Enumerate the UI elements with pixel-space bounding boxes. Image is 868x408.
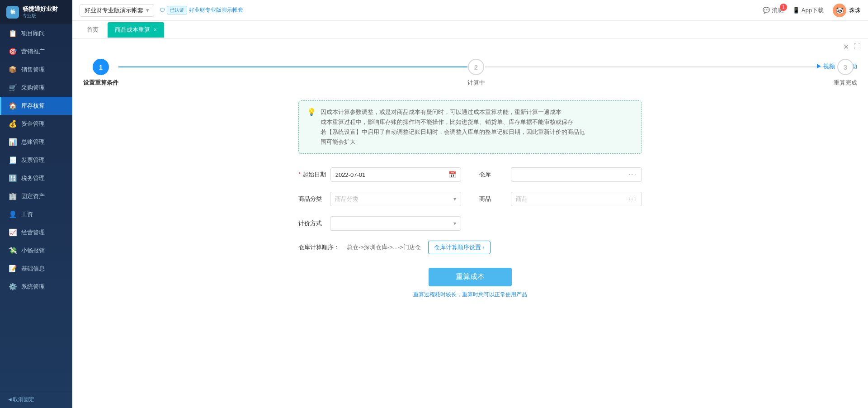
step-2: 2 计算中 xyxy=(467,59,485,87)
tax-icon: 🔢 xyxy=(9,174,17,182)
top-header: 好业财专业版演示帐套 ▾ 🛡 已认证 好业财专业版演示帐套 💬 消息 1 📱 A… xyxy=(72,0,868,21)
app-download-button[interactable]: 📱 App下载 xyxy=(793,6,824,14)
chevron-down-icon: ▾ xyxy=(453,196,456,202)
step-connector-2-3 xyxy=(485,66,834,67)
app-edition: 专业版 xyxy=(23,13,58,19)
form-row-3: 计价方式 ▾ xyxy=(298,216,642,231)
sidebar-item-operations[interactable]: 📈 经营管理 xyxy=(0,223,72,242)
sidebar-item-payroll[interactable]: 👤 工资 xyxy=(0,205,72,223)
project-icon: 📋 xyxy=(9,29,17,38)
pricing-label: 计价方式 xyxy=(298,219,326,228)
pricing-select[interactable]: ▾ xyxy=(330,216,461,231)
main-wrapper: 好业财专业版演示帐套 ▾ 🛡 已认证 好业财专业版演示帐套 💬 消息 1 📱 A… xyxy=(72,0,868,408)
sidebar-item-tax[interactable]: 🔢 税务管理 xyxy=(0,169,72,187)
sidebar-item-label: 基础信息 xyxy=(21,265,45,273)
system-icon: ⚙️ xyxy=(9,283,17,291)
sidebar-item-assets[interactable]: 🏢 固定资产 xyxy=(0,187,72,205)
form-area: 起始日期 2022-07-01 📅 仓库 ··· 商品分类 xyxy=(298,167,642,299)
marketing-icon: 🎯 xyxy=(9,47,17,56)
steps-container: 1 设置重算条件 2 计算中 3 重算完成 xyxy=(83,59,857,87)
inventory-icon: 🏠 xyxy=(9,102,17,110)
sidebar-item-project[interactable]: 📋 项目顾问 xyxy=(0,24,72,43)
sidebar-item-ledger[interactable]: 📊 总账管理 xyxy=(0,133,72,151)
sidebar-footer-label: ◄取消固定 xyxy=(7,396,34,403)
app-download-label: App下载 xyxy=(802,6,824,14)
sidebar-nav: 📋 项目顾问 🎯 营销推广 📦 销售管理 🛒 采购管理 🏠 库存核算 💰 资金管… xyxy=(0,24,72,391)
tab-home-label: 首页 xyxy=(87,26,99,33)
sidebar-item-finance[interactable]: 💰 资金管理 xyxy=(0,115,72,133)
payroll-icon: 👤 xyxy=(9,210,17,218)
step-1-label: 设置重算条件 xyxy=(83,79,118,87)
header-right: 💬 消息 1 📱 App下载 🐼 珠珠 xyxy=(763,4,861,17)
message-icon: 💬 xyxy=(763,7,770,14)
step-2-circle: 2 xyxy=(468,59,484,75)
form-row-2: 商品分类 商品分类 ▾ 商品 商品 ··· xyxy=(298,192,642,206)
sidebar-item-label: 发票管理 xyxy=(21,156,45,164)
warehouse-order-settings-button[interactable]: 仓库计算顺序设置 › xyxy=(428,241,491,254)
operations-icon: 📈 xyxy=(9,228,17,237)
pricing-chevron-icon: ▾ xyxy=(453,220,456,227)
chevron-down-icon: ▾ xyxy=(146,7,149,14)
expense-icon: 💸 xyxy=(9,247,17,255)
video-help-button[interactable]: ▶ 视频 xyxy=(816,62,835,71)
recalculate-button[interactable]: 重算成本 xyxy=(429,268,512,286)
sidebar-item-label: 采购管理 xyxy=(21,84,45,92)
sidebar-item-system[interactable]: ⚙️ 系统管理 xyxy=(0,278,72,296)
tab-bar: 首页 商品成本重算 × xyxy=(72,21,868,39)
sidebar-item-marketing[interactable]: 🎯 营销推广 xyxy=(0,43,72,61)
sidebar-item-label: 销售管理 xyxy=(21,66,45,74)
tab-cost-recalculate[interactable]: 商品成本重算 × xyxy=(108,22,164,38)
certified-account-name: 好业财专业版演示帐套 xyxy=(189,6,243,14)
step-3-circle: 3 xyxy=(837,59,854,75)
account-selector[interactable]: 好业财专业版演示帐套 ▾ xyxy=(80,4,154,17)
goods-label: 商品 xyxy=(479,195,506,203)
category-select[interactable]: 商品分类 ▾ xyxy=(330,192,461,206)
sidebar-item-label: 固定资产 xyxy=(21,192,45,200)
sidebar-item-label: 经营管理 xyxy=(21,228,45,237)
step-1-circle: 1 xyxy=(93,59,109,75)
app-logo-icon: 畅 xyxy=(6,6,19,19)
info-line-4: 围可能会扩大 xyxy=(321,137,585,147)
sidebar-item-label: 库存核算 xyxy=(21,102,45,110)
info-text: 因成本计算参数调整，或是对商品成本有疑问时，可以通过成本重算功能，重新计算一遍成… xyxy=(321,107,585,147)
sidebar-item-label: 项目顾问 xyxy=(21,29,45,38)
certified-badge: 已认证 xyxy=(167,6,187,14)
maximize-window-icon[interactable]: ⛶ xyxy=(854,43,861,51)
warehouse-input[interactable]: ··· xyxy=(511,167,642,182)
step-1-number: 1 xyxy=(99,63,103,71)
sidebar-item-label: 工资 xyxy=(21,210,33,218)
sidebar-item-purchase[interactable]: 🛒 采购管理 xyxy=(0,79,72,97)
step-2-number: 2 xyxy=(474,63,478,71)
start-date-field: 起始日期 2022-07-01 📅 xyxy=(298,167,461,182)
goods-field: 商品 商品 ··· xyxy=(479,192,642,206)
sidebar-item-label: 总账管理 xyxy=(21,138,45,146)
info-box: 💡 因成本计算参数调整，或是对商品成本有疑问时，可以通过成本重算功能，重新计算一… xyxy=(298,100,642,154)
sidebar-item-sales[interactable]: 📦 销售管理 xyxy=(0,61,72,79)
sidebar-item-label: 资金管理 xyxy=(21,120,45,128)
tab-close-icon[interactable]: × xyxy=(154,27,157,33)
close-window-icon[interactable]: ✕ xyxy=(843,43,849,51)
sidebar-item-inventory[interactable]: 🏠 库存核算 xyxy=(0,97,72,115)
start-date-value: 2022-07-01 xyxy=(335,171,366,178)
recalculate-hint: 重算过程耗时较长，重算时您可以正常使用产品 xyxy=(413,291,527,299)
user-name-label: 珠珠 xyxy=(849,6,861,14)
sidebar-item-invoice[interactable]: 🧾 发票管理 xyxy=(0,151,72,169)
user-avatar-button[interactable]: 🐼 珠珠 xyxy=(833,4,861,17)
sidebar-item-expense[interactable]: 💸 小畅报销 xyxy=(0,242,72,260)
warehouse-order-value: 总仓->深圳仓库->...->门店仓 xyxy=(347,243,421,251)
start-date-input[interactable]: 2022-07-01 📅 xyxy=(330,167,461,182)
sidebar-item-basic-info[interactable]: 📝 基础信息 xyxy=(0,260,72,278)
sidebar-unpin-button[interactable]: ◄取消固定 xyxy=(0,391,72,408)
phone-icon: 📱 xyxy=(793,7,800,14)
start-date-label: 起始日期 xyxy=(298,171,326,179)
recalculate-section: 重算成本 重算过程耗时较长，重算时您可以正常使用产品 xyxy=(298,268,642,299)
goods-placeholder: 商品 xyxy=(516,195,628,203)
goods-input[interactable]: 商品 ··· xyxy=(511,192,642,206)
account-select-label: 好业财专业版演示帐套 xyxy=(85,6,143,14)
tab-home[interactable]: 首页 xyxy=(80,22,106,38)
message-button[interactable]: 💬 消息 1 xyxy=(763,6,783,14)
sidebar-item-label: 小畅报销 xyxy=(21,247,45,255)
step-connector-1-2 xyxy=(118,66,467,67)
avatar-image: 🐼 xyxy=(833,4,846,17)
goods-dots-icon: ··· xyxy=(628,195,637,203)
